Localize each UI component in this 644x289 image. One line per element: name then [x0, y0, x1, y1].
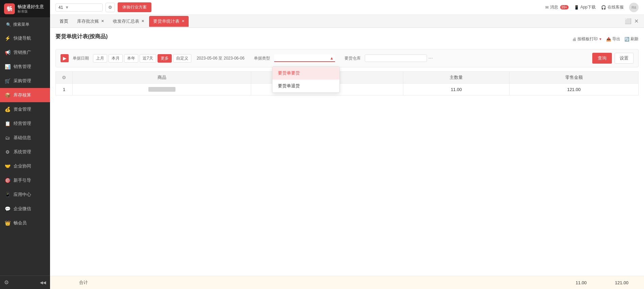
date-buttons: 上月 本月 本年 近7天 更多 自定义: [93, 54, 191, 63]
sidebar-footer: ⚙ ◀◀: [0, 275, 50, 289]
date-btn-this-year[interactable]: 本年: [124, 54, 138, 63]
type-label: 单据类型: [254, 55, 270, 61]
chart-icon: 📊: [4, 63, 11, 70]
cell-quantity: 11.00: [403, 84, 509, 95]
tab-close-receivable[interactable]: ✕: [141, 19, 144, 23]
summary-amount: 121.00: [605, 280, 639, 285]
app-download-btn[interactable]: 📱 App下载: [574, 4, 596, 10]
tab-home[interactable]: 首页: [55, 16, 72, 27]
date-btn-this-month[interactable]: 本月: [109, 54, 123, 63]
tab-inventory-batch[interactable]: 库存批次账 ✕: [73, 16, 108, 27]
col-quantity: 主数量: [403, 72, 509, 84]
folder-icon: 🗂: [4, 134, 11, 141]
sidebar-item-guide[interactable]: 🎯 新手引导: [0, 173, 50, 187]
page-title: 要货单统计表(按商品): [55, 33, 108, 40]
sidebar-item-corp-wechat[interactable]: 💬 企业微信: [0, 202, 50, 216]
user-avatar[interactable]: Rit: [629, 3, 639, 12]
cell-amount: 121.00: [509, 84, 639, 95]
tab-order-stats[interactable]: 要货单统计表 ✕: [149, 16, 189, 27]
sidebar-item-sales[interactable]: 📊 销售管理: [0, 60, 50, 74]
tab-close-inventory-batch[interactable]: ✕: [101, 19, 104, 23]
lightning-icon: ⚡: [4, 35, 11, 42]
type-select-input[interactable]: [274, 54, 335, 62]
app-title: 畅捷通好生意 标准版: [18, 4, 44, 14]
tabs-bar: 首页 库存批次账 ✕ 收发存汇总表 ✕ 要货单统计表 ✕ ⬜ ✕: [50, 15, 644, 28]
topbar-settings-btn[interactable]: ⚙: [105, 3, 115, 12]
sidebar-nav: ⚡ 快捷导航 📢 营销推广 📊 销售管理 🛒 采购管理 📦 库存核算 💰 资金管…: [0, 31, 50, 275]
warehouse-label: 要货仓库: [344, 55, 361, 61]
company-dropdown-arrow: ▼: [65, 5, 69, 10]
messages-badge: 99+: [560, 5, 569, 9]
phone-icon: 📱: [574, 5, 579, 10]
page-content: 要货单统计表(按商品) 🖨 按模板打印 ▼ 📤 导出 🔄 刷新 ▶: [50, 28, 644, 289]
sidebar-item-operations[interactable]: 📋 经营管理: [0, 116, 50, 131]
trial-btn[interactable]: 体验行业方案: [118, 2, 151, 12]
date-btn-custom[interactable]: 自定义: [173, 54, 191, 63]
cart-icon: 🛒: [4, 77, 11, 84]
sidebar-item-quick-nav[interactable]: ⚡ 快捷导航: [0, 31, 50, 45]
sidebar-item-base-info[interactable]: 🗂 基础信息: [0, 131, 50, 145]
sidebar-item-app-center[interactable]: 📱 应用中心: [0, 187, 50, 202]
sidebar-item-finance[interactable]: 💰 资金管理: [0, 102, 50, 116]
box-icon: 📦: [4, 92, 11, 98]
chat-icon: 💬: [4, 205, 11, 212]
query-btn[interactable]: 查询: [592, 53, 612, 64]
summary-label: 合计: [79, 280, 88, 286]
filter-settings-btn[interactable]: 设置: [615, 53, 634, 64]
footer-settings-icon[interactable]: ⚙: [4, 279, 9, 286]
date-btn-7days[interactable]: 近7天: [140, 54, 156, 63]
sidebar-item-marketing[interactable]: 📢 营销推广: [0, 45, 50, 60]
topbar-left: 41 ▼ ⚙ 体验行业方案: [55, 2, 151, 12]
sidebar-item-collab[interactable]: 🤝 企业协同: [0, 159, 50, 173]
type-dropdown-menu: 要货单要货 要货单退货: [272, 66, 340, 93]
cell-index: 1: [56, 84, 73, 95]
clipboard-icon: 📋: [4, 120, 11, 127]
settings-icon: ⚙: [108, 5, 112, 10]
crown-icon: 👑: [4, 220, 11, 226]
main-area: 41 ▼ ⚙ 体验行业方案 ✉ 消息 99+ 📱 App下载 🎧 在线客服: [50, 0, 644, 289]
sidebar-header: 畅 畅捷通好生意 标准版: [0, 0, 50, 18]
megaphone-icon: 📢: [4, 49, 11, 56]
messages-btn[interactable]: ✉ 消息 99+: [545, 4, 569, 10]
export-icon: 📤: [606, 37, 611, 42]
company-name: 41: [58, 5, 63, 10]
date-range-display: 2023-05-06 至 2023-06-06: [197, 55, 244, 61]
warehouse-more-btn[interactable]: ···: [428, 55, 433, 61]
col-product: 商品: [73, 72, 251, 84]
company-selector[interactable]: 41 ▼: [55, 3, 103, 12]
warehouse-input[interactable]: [365, 54, 427, 62]
filter-expand-btn[interactable]: ▶: [61, 54, 69, 62]
print-btn[interactable]: 🖨 按模板打印 ▼: [572, 36, 602, 42]
search-icon: 🔍: [6, 22, 11, 27]
sidebar-item-vip[interactable]: 👑 畅会员: [0, 216, 50, 230]
filter-action-btns: 查询 设置: [592, 53, 634, 64]
headset-icon: 🎧: [601, 5, 606, 10]
date-btn-last-month[interactable]: 上月: [93, 54, 107, 63]
sidebar-item-sys-mgmt[interactable]: ⚙ 系统管理: [0, 145, 50, 159]
tab-close-order-stats[interactable]: ✕: [182, 19, 185, 23]
tab-receivable-summary[interactable]: 收发存汇总表 ✕: [109, 16, 148, 27]
print-dropdown-arrow: ▼: [599, 37, 602, 41]
topbar: 41 ▼ ⚙ 体验行业方案 ✉ 消息 99+ 📱 App下载 🎧 在线客服: [50, 0, 644, 15]
tabs-restore-btn[interactable]: ⬜: [625, 18, 631, 24]
refresh-btn[interactable]: 🔄 刷新: [624, 36, 639, 42]
tabs-close-btn[interactable]: ✕: [634, 18, 639, 24]
message-icon: ✉: [545, 5, 549, 10]
footer-collapse-icon[interactable]: ◀◀: [40, 280, 46, 285]
dropdown-item-order-return[interactable]: 要货单退货: [272, 80, 339, 92]
col-settings-icon[interactable]: ⚙: [59, 75, 69, 80]
handshake-icon: 🤝: [4, 163, 11, 170]
online-service-btn[interactable]: 🎧 在线客服: [601, 4, 624, 10]
export-btn[interactable]: 📤 导出: [606, 36, 620, 42]
sidebar-item-inventory[interactable]: 📦 库存核算: [0, 88, 50, 102]
filter-bar: ▶ 单据日期 上月 本月 本年 近7天 更多 自定义 2023-05-06 至 …: [55, 49, 639, 67]
data-table: ⚙ 商品 主计量单位 主数量 零售金额 1 块 11.00: [55, 71, 639, 95]
sidebar-item-purchase[interactable]: 🛒 采购管理: [0, 74, 50, 88]
dropdown-item-order-goods[interactable]: 要货单要货: [272, 67, 339, 80]
sidebar-search[interactable]: 🔍 搜索菜单: [0, 18, 50, 31]
target-icon: 🎯: [4, 177, 11, 184]
tabs-controls: ⬜ ✕: [625, 18, 639, 24]
date-btn-more[interactable]: 更多: [158, 54, 172, 63]
product-name-blurred: [148, 87, 175, 92]
cell-product: [73, 84, 251, 95]
